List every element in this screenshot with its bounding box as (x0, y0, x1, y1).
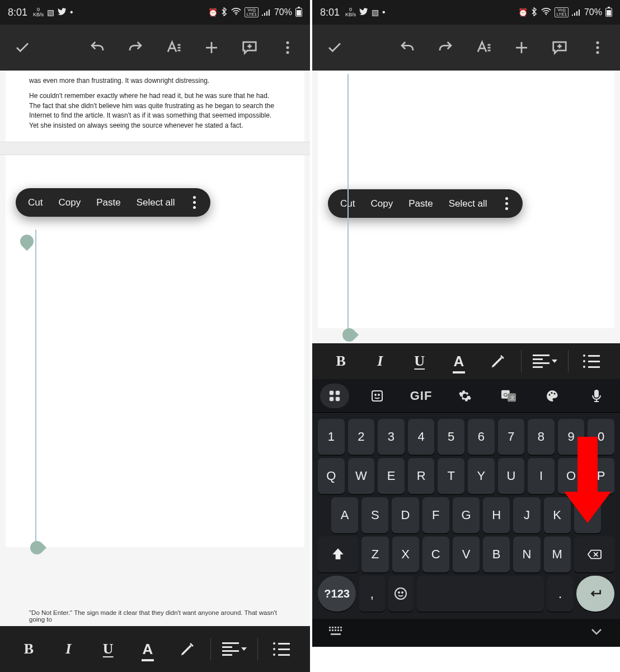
ctx-more-icon[interactable] (191, 196, 198, 209)
text-format-button[interactable] (467, 31, 500, 64)
net-speed: 0KB/s (345, 7, 356, 17)
key-e[interactable]: E (378, 458, 405, 494)
svg-point-20 (551, 392, 553, 394)
key-r[interactable]: R (408, 458, 435, 494)
key-x[interactable]: X (392, 536, 419, 572)
key-j[interactable]: J (513, 497, 540, 533)
clock: 8:01 (320, 7, 340, 18)
kb-translate-icon[interactable]: G文 (493, 390, 524, 402)
key-t[interactable]: T (438, 458, 464, 494)
italic-button[interactable]: I (360, 344, 400, 378)
key-g[interactable]: G (453, 497, 480, 533)
backspace-key[interactable] (574, 536, 614, 572)
document-area[interactable]: Cut Copy Paste Select all (312, 71, 620, 343)
bold-button[interactable]: B (9, 632, 49, 666)
key-z[interactable]: Z (361, 536, 388, 572)
key-1[interactable]: 1 (318, 419, 345, 455)
key-6[interactable]: 6 (468, 419, 495, 455)
bold-button[interactable]: B (321, 344, 360, 378)
key-b[interactable]: B (483, 536, 510, 572)
nav-bar (312, 619, 620, 647)
kb-sticker-icon[interactable] (361, 389, 393, 403)
key-n[interactable]: N (513, 536, 540, 572)
ctx-more-icon[interactable] (503, 197, 510, 210)
underline-button[interactable]: U (88, 632, 128, 666)
overflow-button[interactable] (271, 31, 304, 64)
svg-rect-32 (332, 629, 334, 631)
key-3[interactable]: 3 (378, 419, 405, 455)
key-a[interactable]: A (331, 497, 358, 533)
kb-apps-icon[interactable] (320, 384, 349, 408)
emoji-key[interactable] (388, 576, 414, 612)
key-d[interactable]: D (392, 497, 419, 533)
document-area[interactable]: was even more than frustrating. It was d… (0, 71, 310, 626)
comma-key[interactable]: , (359, 576, 384, 612)
insert-button[interactable] (505, 31, 538, 64)
key-7[interactable]: 7 (498, 419, 525, 455)
confirm-button[interactable] (318, 31, 351, 64)
key-u[interactable]: U (498, 458, 525, 494)
ctx-copy[interactable]: Copy (370, 198, 393, 209)
align-button[interactable] (214, 632, 254, 666)
italic-button[interactable]: I (49, 632, 88, 666)
ctx-cut[interactable]: Cut (28, 197, 43, 208)
key-y[interactable]: Y (468, 458, 495, 494)
key-c[interactable]: C (422, 536, 449, 572)
redo-button[interactable] (429, 31, 462, 64)
hide-keyboard-icon[interactable] (590, 627, 603, 638)
kb-theme-icon[interactable] (537, 389, 568, 403)
key-v[interactable]: V (453, 536, 480, 572)
key-s[interactable]: S (361, 497, 388, 533)
shift-key[interactable] (318, 536, 358, 572)
insert-button[interactable] (195, 31, 228, 64)
symbols-key[interactable]: ?123 (318, 576, 356, 612)
ctx-copy[interactable]: Copy (58, 197, 81, 208)
key-q[interactable]: Q (318, 458, 345, 494)
doc-paragraph[interactable]: was even more than frustrating. It was d… (29, 76, 281, 86)
underline-button[interactable]: U (400, 344, 439, 378)
align-button[interactable] (525, 344, 564, 378)
key-h[interactable]: H (483, 497, 510, 533)
key-i[interactable]: I (528, 458, 555, 494)
key-f[interactable]: F (422, 497, 449, 533)
space-key[interactable] (417, 576, 544, 612)
document-page-1[interactable]: was even more than frustrating. It was d… (6, 71, 304, 142)
confirm-button[interactable] (6, 31, 39, 64)
key-m[interactable]: M (544, 536, 571, 572)
context-menu: Cut Copy Paste Select all (328, 189, 523, 218)
ctx-select-all[interactable]: Select all (137, 197, 175, 208)
doc-paragraph[interactable]: He couldn't remember exactly where he ha… (29, 91, 281, 130)
overflow-button[interactable] (581, 31, 614, 64)
kb-settings-icon[interactable] (449, 389, 481, 403)
highlight-button[interactable] (478, 344, 518, 378)
key-5[interactable]: 5 (438, 419, 464, 455)
svg-rect-11 (336, 396, 340, 400)
undo-button[interactable] (81, 31, 114, 64)
comment-button[interactable] (233, 31, 266, 64)
key-8[interactable]: 8 (528, 419, 555, 455)
key-w[interactable]: W (348, 458, 375, 494)
enter-key[interactable] (576, 576, 614, 612)
key-4[interactable]: 4 (408, 419, 435, 455)
key-2[interactable]: 2 (348, 419, 375, 455)
ctx-paste[interactable]: Paste (96, 197, 120, 208)
kb-mic-icon[interactable] (581, 389, 612, 403)
redo-button[interactable] (119, 31, 152, 64)
svg-text:文: 文 (510, 395, 515, 400)
text-color-button[interactable]: A (128, 632, 168, 666)
highlight-button[interactable] (167, 632, 207, 666)
ctx-paste[interactable]: Paste (408, 198, 433, 209)
bullet-list-button[interactable] (261, 632, 301, 666)
bullet-list-button[interactable] (572, 344, 611, 378)
doc-paragraph[interactable]: "Do Not Enter." The sign made it clear t… (6, 609, 304, 623)
text-format-button[interactable] (157, 31, 190, 64)
divider (210, 638, 211, 660)
wifi-icon (231, 8, 241, 17)
keyboard-switch-icon[interactable] (329, 627, 342, 640)
text-color-button[interactable]: A (439, 344, 478, 378)
period-key[interactable]: . (547, 576, 572, 612)
ctx-select-all[interactable]: Select all (449, 198, 487, 209)
undo-button[interactable] (391, 31, 424, 64)
comment-button[interactable] (543, 31, 576, 64)
kb-gif-button[interactable]: GIF (405, 389, 436, 403)
